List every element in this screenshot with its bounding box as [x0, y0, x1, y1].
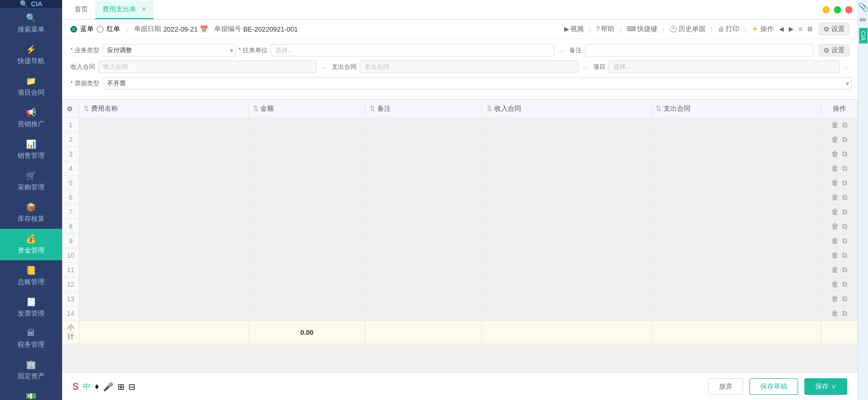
sort-income-icon[interactable]: ⇅ [487, 105, 492, 112]
cell-remark[interactable] [365, 176, 482, 190]
sidebar-item-marketing[interactable]: 📢 营销推广 [0, 102, 62, 134]
right-panel-active-btn[interactable]: CIA [859, 28, 867, 43]
business-type-select[interactable]: 应付调整 [102, 44, 236, 56]
shortcut-button[interactable]: ⌨ 快捷键 [627, 24, 657, 34]
delete-row-icon[interactable]: 🗑 [831, 294, 838, 303]
delete-row-icon[interactable]: 🗑 [831, 280, 838, 288]
cell-income-contract[interactable] [482, 161, 652, 176]
cell-income-contract[interactable] [482, 147, 652, 161]
sort-icon[interactable]: ⇅ [83, 105, 89, 112]
sidebar-item-invoice[interactable]: 🧾 发票管理 [0, 292, 62, 323]
copy-row-icon[interactable]: ⧉ [842, 164, 847, 172]
sidebar-item-project[interactable]: 📁 项目合同 [0, 71, 62, 102]
right-panel-attach-icon[interactable]: 📎 [858, 2, 869, 12]
cell-amount[interactable] [248, 292, 365, 306]
remark-input[interactable] [585, 44, 814, 56]
cell-remark[interactable] [365, 147, 482, 161]
discard-button[interactable]: 放弃 [708, 378, 743, 395]
delete-row-icon[interactable]: 🗑 [831, 179, 838, 187]
cell-amount[interactable] [248, 205, 365, 219]
table-scroll-area[interactable]: ⚙ ⇅ 费用名称 ⇅ 金额 ⇅ 备注 ⇅ 收入合同 [62, 99, 858, 373]
delete-row-icon[interactable]: 🗑 [831, 222, 838, 230]
window-close-button[interactable] [845, 6, 852, 13]
sidebar-item-tax[interactable]: 🏛 税务管理 [0, 323, 62, 354]
copy-row-icon[interactable]: ⧉ [842, 208, 847, 216]
footer-icon-s[interactable]: S [72, 381, 79, 392]
copy-row-icon[interactable]: ⧉ [842, 280, 847, 288]
cell-income-contract[interactable] [482, 176, 652, 190]
sidebar-item-assets[interactable]: 🏢 固定资产 [0, 354, 62, 386]
form-settings-button[interactable]: ⚙ 设置 [819, 44, 849, 56]
th-settings[interactable]: ⚙ [63, 100, 79, 118]
cell-expense-name[interactable] [79, 176, 249, 190]
copy-row-icon[interactable]: ⧉ [842, 265, 847, 274]
delete-row-icon[interactable]: 🗑 [831, 265, 838, 274]
tab-home[interactable]: 首页 [67, 1, 95, 19]
delete-row-icon[interactable]: 🗑 [831, 309, 838, 317]
cell-remark[interactable] [365, 248, 482, 263]
copy-row-icon[interactable]: ⧉ [842, 294, 847, 303]
cell-expense-name[interactable] [79, 147, 249, 161]
prev-button[interactable]: ◀ [779, 25, 784, 33]
copy-row-icon[interactable]: ⧉ [842, 135, 847, 143]
cell-amount[interactable] [248, 147, 365, 161]
red-radio-label[interactable]: 红单 [107, 24, 120, 34]
cell-expense-name[interactable] [79, 234, 249, 248]
delete-row-icon[interactable]: 🗑 [831, 208, 838, 216]
save-draft-button[interactable]: 保存草稿 [749, 378, 798, 395]
copy-row-icon[interactable]: ⧉ [842, 193, 847, 201]
cell-amount[interactable] [248, 277, 365, 292]
sort-expense-icon[interactable]: ⇅ [656, 105, 661, 112]
delete-row-icon[interactable]: 🗑 [831, 236, 838, 245]
cell-expense-name[interactable] [79, 118, 249, 132]
cell-amount[interactable] [248, 176, 365, 190]
cell-remark[interactable] [365, 277, 482, 292]
cell-remark[interactable] [365, 205, 482, 219]
operate-button[interactable]: ⚡ 操作 [751, 24, 774, 34]
cell-remark[interactable] [365, 161, 482, 176]
print-button[interactable]: 🖨 打印 [718, 24, 739, 34]
sidebar-item-purchase[interactable]: 🛒 采购管理 [0, 166, 62, 197]
cell-income-contract[interactable] [482, 263, 652, 277]
cell-remark[interactable] [365, 234, 482, 248]
cell-expense-contract[interactable] [652, 219, 821, 234]
copy-row-icon[interactable]: ⧉ [842, 222, 847, 230]
cell-remark[interactable] [365, 219, 482, 234]
cell-expense-contract[interactable] [652, 292, 821, 306]
income-contract-input[interactable] [98, 61, 317, 73]
footer-icon-diamond[interactable]: ♦ [95, 382, 99, 391]
cell-expense-contract[interactable] [652, 118, 821, 132]
cell-income-contract[interactable] [482, 292, 652, 306]
cell-expense-name[interactable] [79, 190, 249, 205]
expense-contract-input[interactable] [360, 61, 578, 73]
cell-expense-name[interactable] [79, 263, 249, 277]
cell-expense-name[interactable] [79, 277, 249, 292]
cell-expense-contract[interactable] [652, 263, 821, 277]
date-value[interactable]: 2022-09-21 [163, 25, 198, 33]
cell-amount[interactable] [248, 219, 365, 234]
project-input[interactable] [609, 61, 840, 73]
blue-radio[interactable] [70, 26, 77, 33]
delete-row-icon[interactable]: 🗑 [831, 150, 838, 158]
calendar-icon[interactable]: 📅 [200, 25, 208, 33]
footer-icon-grid1[interactable]: ⊞ [117, 382, 124, 392]
cell-amount[interactable] [248, 132, 365, 147]
copy-row-icon[interactable]: ⧉ [842, 309, 847, 317]
cell-expense-name[interactable] [79, 132, 249, 147]
video-button[interactable]: ▶ 视频 [564, 24, 584, 34]
copy-row-icon[interactable]: ⧉ [842, 251, 847, 259]
cell-expense-contract[interactable] [652, 248, 821, 263]
delete-row-icon[interactable]: 🗑 [831, 193, 838, 201]
cell-income-contract[interactable] [482, 277, 652, 292]
copy-row-icon[interactable]: ⧉ [842, 236, 847, 245]
help-button[interactable]: ? 帮助 [596, 24, 615, 34]
tab-expense-close[interactable]: ✕ [141, 6, 146, 13]
window-minimize-button[interactable] [822, 6, 830, 13]
cell-expense-contract[interactable] [652, 176, 821, 190]
cell-remark[interactable] [365, 190, 482, 205]
cell-expense-contract[interactable] [652, 205, 821, 219]
copy-row-icon[interactable]: ⧉ [842, 121, 847, 129]
sidebar-item-salary[interactable]: 💵 工资 [0, 386, 62, 400]
cell-remark[interactable] [365, 292, 482, 306]
delete-row-icon[interactable]: 🗑 [831, 164, 838, 172]
